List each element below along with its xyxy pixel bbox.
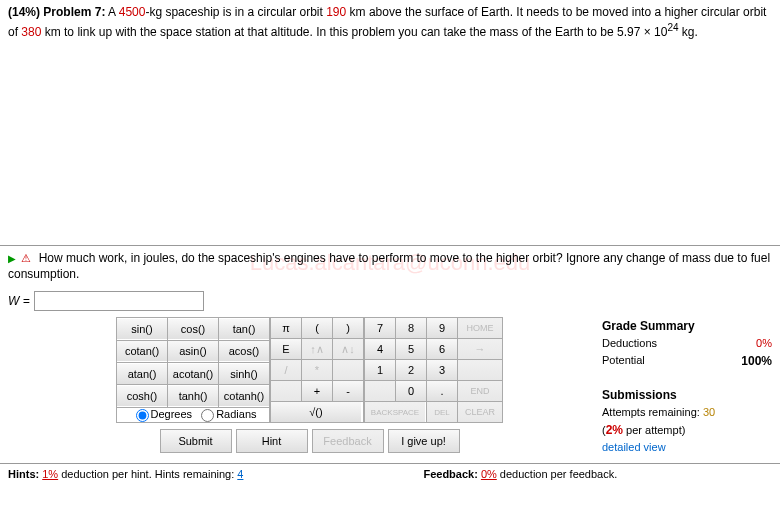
key-down[interactable]: ∧↓ (333, 339, 363, 359)
key-4[interactable]: 4 (365, 339, 395, 359)
submit-button[interactable]: Submit (160, 429, 232, 453)
key-clear[interactable]: CLEAR (458, 402, 502, 422)
key-sqrt[interactable]: √() (271, 402, 361, 422)
key-home[interactable]: HOME (458, 318, 502, 338)
key-E[interactable]: E (271, 339, 301, 359)
key-up[interactable]: ↑∧ (302, 339, 332, 359)
grade-summary: Grade Summary Deductions0% Potential100%… (602, 317, 772, 455)
warning-icon: ⚠ (21, 252, 31, 264)
key-minus[interactable]: - (333, 381, 363, 401)
fn-cos[interactable]: cos() (168, 319, 218, 339)
fn-acotan[interactable]: acotan() (168, 364, 218, 384)
symbol-pad: π ( ) E ↑∧ ∧↓ / * + - √() (270, 317, 364, 423)
question-text: ▶ ⚠ How much work, in joules, do the spa… (0, 246, 780, 288)
key-0[interactable]: 0 (396, 381, 426, 401)
key-5[interactable]: 5 (396, 339, 426, 359)
fn-cotanh[interactable]: cotanh() (219, 386, 269, 406)
key-lparen[interactable]: ( (302, 318, 332, 338)
key-dot[interactable]: . (427, 381, 457, 401)
detailed-view-link[interactable]: detailed view (602, 439, 772, 456)
fn-tanh[interactable]: tanh() (168, 386, 218, 406)
key-backspace[interactable]: BACKSPACE (365, 402, 425, 422)
fn-atan[interactable]: atan() (117, 364, 167, 384)
answer-input[interactable] (34, 291, 204, 311)
degrees-radio[interactable] (136, 409, 149, 422)
problem-statement: (14%) Problem 7: A 4500-kg spaceship is … (0, 0, 780, 45)
hint-button[interactable]: Hint (236, 429, 308, 453)
key-del[interactable]: DEL (427, 402, 457, 422)
expand-icon: ▶ (8, 253, 16, 264)
key-7[interactable]: 7 (365, 318, 395, 338)
fn-cotan[interactable]: cotan() (117, 341, 167, 361)
hints-info: Hints: 1% deduction per hint. Hints rema… (8, 468, 243, 480)
key-1[interactable]: 1 (365, 360, 395, 380)
key-6[interactable]: 6 (427, 339, 457, 359)
number-pad: 7 8 9 HOME 4 5 6 → 1 2 3 0 . END BACKSPA… (364, 317, 503, 423)
key-3[interactable]: 3 (427, 360, 457, 380)
fn-tan[interactable]: tan() (219, 319, 269, 339)
giveup-button[interactable]: I give up! (388, 429, 460, 453)
key-blank3[interactable] (458, 360, 502, 380)
key-rparen[interactable]: ) (333, 318, 363, 338)
fn-cosh[interactable]: cosh() (117, 386, 167, 406)
fn-sinh[interactable]: sinh() (219, 364, 269, 384)
feedback-info: Feedback: 0% deduction per feedback. (423, 468, 617, 480)
fn-acos[interactable]: acos() (219, 341, 269, 361)
fn-asin[interactable]: asin() (168, 341, 218, 361)
key-star[interactable]: * (302, 360, 332, 380)
key-plus[interactable]: + (302, 381, 332, 401)
key-9[interactable]: 9 (427, 318, 457, 338)
key-blank[interactable] (333, 360, 363, 380)
key-blank2[interactable] (271, 381, 301, 401)
key-pi[interactable]: π (271, 318, 301, 338)
key-right[interactable]: → (458, 339, 502, 359)
key-end[interactable]: END (458, 381, 502, 401)
key-2[interactable]: 2 (396, 360, 426, 380)
feedback-button[interactable]: Feedback (312, 429, 384, 453)
fn-sin[interactable]: sin() (117, 319, 167, 339)
equation-lhs: W = (8, 294, 30, 308)
function-pad: sin() cos() tan() cotan() asin() acos() … (116, 317, 270, 423)
key-blank4[interactable] (365, 381, 395, 401)
key-8[interactable]: 8 (396, 318, 426, 338)
key-slash[interactable]: / (271, 360, 301, 380)
radians-radio[interactable] (201, 409, 214, 422)
